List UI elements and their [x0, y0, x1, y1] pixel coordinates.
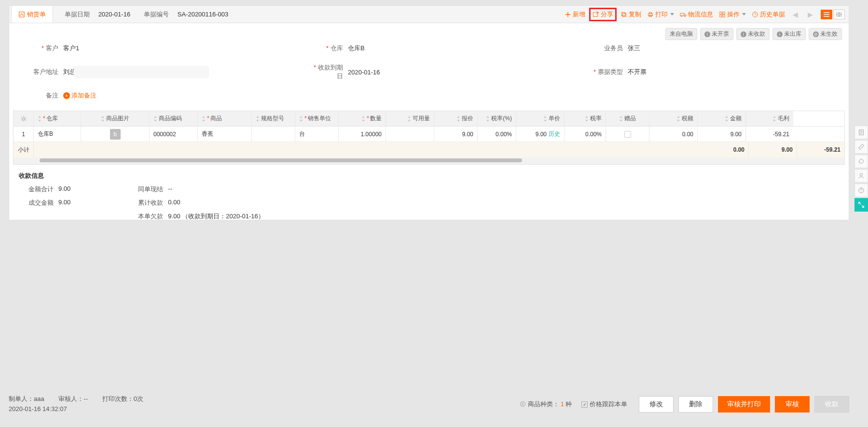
panel-link[interactable]: [854, 140, 868, 154]
svg-rect-0: [19, 12, 25, 17]
history-icon: [752, 11, 758, 18]
action-history[interactable]: 历史单据: [752, 10, 785, 19]
delete-button[interactable]: 删除: [678, 396, 713, 413]
value-customer[interactable]: 客户1: [63, 44, 79, 53]
action-logistics[interactable]: 物流信息: [680, 10, 713, 19]
panel-help[interactable]: [854, 184, 868, 197]
audit-print-button[interactable]: 审核并打印: [718, 396, 770, 413]
col-image[interactable]: 商品图片: [81, 111, 150, 126]
col-price[interactable]: 单价: [516, 111, 565, 126]
tab-label: 销货单: [27, 6, 46, 23]
value-sales[interactable]: 张三: [628, 44, 640, 53]
table-header: 仓库 商品图片 商品编码 商品 规格型号 销售单位 数量 可用量 报价 税率(%…: [14, 111, 844, 127]
subtotal-amount: 9.00: [749, 142, 797, 157]
gift-checkbox[interactable]: [624, 131, 631, 138]
subtotal-gross: -59.21: [797, 142, 844, 157]
table-row[interactable]: 1 仓库B b 0000002 香蕉 台 1.00000 9.00 0.00% …: [14, 127, 844, 142]
action-ops[interactable]: 操作: [719, 10, 746, 19]
action-print[interactable]: 打印: [647, 10, 674, 19]
col-gift[interactable]: 赠品: [606, 111, 649, 126]
col-gross[interactable]: 毛利: [746, 111, 793, 126]
value-warehouse[interactable]: 仓库B: [348, 44, 365, 53]
caret-down-icon: [742, 13, 746, 15]
cell-code[interactable]: 0000002: [150, 127, 198, 142]
doc-icon: [858, 129, 865, 136]
col-qty[interactable]: 数量: [339, 111, 386, 126]
highlight-share: 分享: [589, 8, 617, 21]
badge-source: 来自电脑: [665, 28, 697, 40]
panel-expand[interactable]: [854, 198, 868, 212]
panel-user[interactable]: [854, 169, 868, 183]
page-next[interactable]: ▶: [806, 11, 815, 18]
subtotal-label: 小计: [14, 142, 34, 157]
cell-gift[interactable]: [606, 127, 649, 142]
badge-not-outbound: i未出库: [772, 28, 806, 40]
svg-rect-3: [622, 13, 626, 16]
edit-button[interactable]: 修改: [639, 396, 674, 413]
col-settings[interactable]: [14, 111, 34, 126]
value-accrued: 0.00: [168, 199, 180, 207]
view-grid[interactable]: [833, 10, 845, 19]
cell-gross: -59.21: [746, 127, 793, 142]
value-due[interactable]: 2020-01-16: [348, 69, 380, 76]
question-icon: [858, 187, 865, 194]
cell-unit[interactable]: 台: [295, 127, 339, 142]
cell-quote[interactable]: 9.00: [434, 127, 478, 142]
page-prev[interactable]: ◀: [791, 11, 800, 18]
panel-doc[interactable]: [854, 126, 868, 139]
action-copy[interactable]: 复制: [620, 10, 641, 19]
svg-rect-16: [840, 12, 842, 14]
col-product[interactable]: 商品: [198, 111, 252, 126]
cell-product[interactable]: 香蕉: [198, 127, 252, 142]
col-quote[interactable]: 报价: [434, 111, 478, 126]
expand-icon: [858, 201, 865, 208]
info-icon: i: [741, 31, 746, 37]
addr-redacted: [74, 66, 209, 78]
col-taxamt[interactable]: 税额: [649, 111, 698, 126]
scroll-thumb[interactable]: [40, 158, 522, 162]
svg-rect-17: [836, 15, 839, 17]
col-amount[interactable]: 金额: [698, 111, 746, 126]
label-settle: 同单现结: [128, 185, 163, 194]
col-unit[interactable]: 销售单位: [295, 111, 339, 126]
doc-no: 单据编号 SA-20200116-003: [144, 10, 228, 19]
price-history-link[interactable]: 历史: [549, 130, 560, 138]
svg-rect-18: [840, 15, 842, 17]
col-warehouse[interactable]: 仓库: [34, 111, 81, 126]
badge-not-effective: ⊘未生效: [809, 28, 842, 40]
svg-rect-11: [723, 12, 725, 14]
col-taxrate[interactable]: 税率: [565, 111, 606, 126]
cell-price[interactable]: 9.00历史: [516, 127, 565, 142]
tab-sales-order[interactable]: 销货单: [11, 5, 53, 23]
svg-rect-10: [720, 12, 722, 14]
svg-rect-2: [622, 12, 625, 15]
collect-button[interactable]: 收款: [814, 396, 849, 413]
audit-button[interactable]: 审核: [775, 396, 810, 413]
col-spec[interactable]: 规格型号: [252, 111, 295, 126]
panel-refresh[interactable]: [854, 155, 868, 168]
add-remark-button[interactable]: +添加备注: [63, 91, 96, 100]
svg-point-19: [22, 117, 25, 120]
svg-rect-12: [720, 14, 722, 16]
plus-icon: [565, 11, 571, 18]
view-list[interactable]: [821, 10, 832, 19]
cell-warehouse[interactable]: 仓库B: [34, 127, 81, 142]
cell-taxrate[interactable]: 0.00%: [565, 127, 606, 142]
cell-rate[interactable]: 0.00%: [478, 127, 516, 142]
col-rate[interactable]: 税率(%): [478, 111, 516, 126]
value-deal: 9.00: [58, 199, 70, 207]
cell-spec[interactable]: [252, 127, 295, 142]
horizontal-scrollbar[interactable]: [14, 157, 844, 164]
cell-qty[interactable]: 1.00000: [339, 127, 386, 142]
stop-icon: ⊘: [813, 31, 819, 37]
action-new[interactable]: 新增: [565, 10, 585, 19]
action-share[interactable]: 分享: [592, 10, 613, 19]
col-avail[interactable]: 可用量: [386, 111, 434, 126]
cell-idx: 1: [14, 127, 34, 142]
cell-image[interactable]: b: [81, 127, 150, 142]
value-owe: 9.00 （收款到期日：2020-01-16）: [168, 212, 264, 221]
value-invoice-type[interactable]: 不开票: [628, 68, 647, 76]
price-follow-checkbox[interactable]: ✓ 价格跟踪本单: [581, 400, 627, 409]
table-subtotal: 小计 0.00 9.00 -59.21: [14, 142, 844, 157]
col-code[interactable]: 商品编码: [150, 111, 198, 126]
